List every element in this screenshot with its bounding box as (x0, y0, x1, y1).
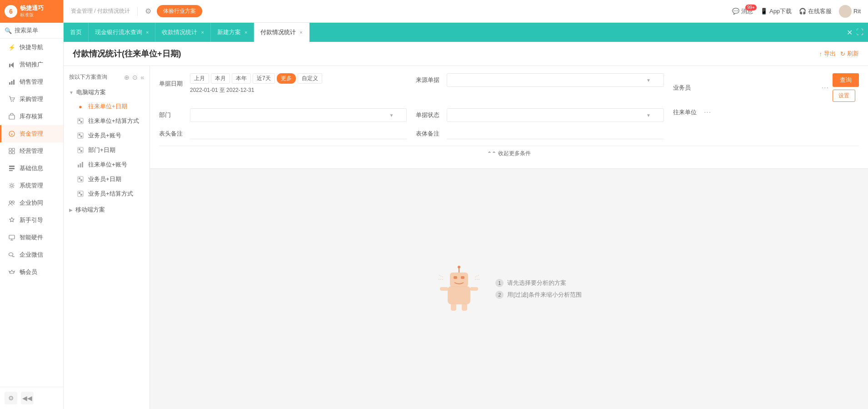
maximize-btn[interactable]: ⛶ (856, 28, 863, 36)
sidebar-item-marketing[interactable]: 营销推广 (0, 56, 63, 73)
sidebar-item-basic-info[interactable]: 基础信息 (0, 160, 63, 177)
svg-line-51 (475, 275, 479, 277)
body-note-input[interactable] (447, 128, 663, 139)
online-service-btn[interactable]: 🎧 在线客服 (799, 7, 832, 15)
date-buttons: 上月 本月 本年 近7天 更多 自定义 (190, 73, 322, 84)
svg-rect-13 (9, 166, 15, 167)
tab-payment-stats[interactable]: 付款情况统计 × (254, 23, 309, 42)
date-btn-last-7-days[interactable]: 近7天 (253, 73, 275, 84)
svg-rect-39 (448, 286, 470, 304)
trial-btn[interactable]: 体验行业方案 (157, 5, 202, 17)
bill-status-select[interactable]: ▼ (447, 108, 663, 122)
settings-icon-btn[interactable]: ⚙ (5, 392, 17, 404)
sidebar-bottom: ⚙ ◀◀ (0, 387, 63, 409)
date-range-display: 2022-01-01 至 2022-12-31 (190, 86, 254, 94)
messages-btn[interactable]: 💬 消息 99+ (732, 7, 753, 15)
scheme-salesman-settlement[interactable]: 业务员+结算方式 (64, 187, 150, 201)
tab-new-plan-label: 新建方案 (217, 28, 241, 36)
sidebar-item-sales[interactable]: 销售管理 (0, 73, 63, 91)
sidebar-item-wechat[interactable]: 企业微信 (0, 246, 63, 263)
tab-new-plan-close[interactable]: × (244, 30, 247, 35)
tab-bank-flow-close[interactable]: × (146, 30, 149, 35)
scheme-partner-settlement[interactable]: 往来单位+结算方式 (64, 114, 150, 128)
sidebar-item-operations[interactable]: 经营管理 (0, 142, 63, 160)
tab-receipt-stats-close[interactable]: × (201, 30, 204, 35)
sidebar-item-label: 销售管理 (20, 78, 43, 86)
svg-rect-32 (82, 162, 83, 167)
logo-icon: 6 (5, 5, 17, 18)
sidebar-item-inventory[interactable]: 库存核算 (0, 108, 63, 125)
date-btn-this-year[interactable]: 本年 (232, 73, 251, 84)
settings-btn[interactable]: ⚙ (145, 7, 151, 15)
group-arrow-icon: ▼ (69, 90, 74, 95)
header-note-filter-item: 表头备注 (159, 128, 407, 139)
sidebar-item-finance[interactable]: ¥ 资金管理 (0, 125, 63, 142)
svg-rect-43 (440, 287, 448, 291)
date-btn-custom[interactable]: 自定义 (298, 73, 322, 84)
date-filter-item: 单据日期 上月 本月 本年 近7天 更多 自定义 (159, 73, 407, 94)
panel-header: 按以下方案查询 ⊕ ⊙ « (64, 71, 150, 86)
search-menu[interactable]: 🔍 搜索菜单 (0, 23, 63, 39)
bill-status-filter-item: 单据状态 ▼ (416, 108, 663, 122)
app-download-btn[interactable]: 📱 App下载 (760, 7, 792, 15)
user-menu[interactable]: Rit (839, 5, 861, 18)
export-btn[interactable]: ↑ 导出 (819, 50, 836, 58)
tab-bank-flow[interactable]: 现金银行流水查询 × (89, 23, 155, 42)
svg-point-16 (11, 185, 13, 187)
salesman-more-btn[interactable]: ··· (822, 84, 829, 92)
scheme-partner-account[interactable]: 往来单位+账号 (64, 157, 150, 172)
svg-rect-9 (9, 148, 11, 151)
close-all-tabs-btn[interactable]: ✕ (847, 28, 853, 37)
scheme-salesman-date[interactable]: 业务员+日期 (64, 172, 150, 187)
collapse-conditions-btn[interactable]: ⌃⌃ 收起更多条件 (159, 146, 859, 161)
add-scheme-btn[interactable]: ⊕ (124, 74, 130, 81)
sidebar-item-label: 企业微信 (20, 251, 43, 259)
partner-label: 往来单位 (673, 108, 700, 116)
tab-new-plan[interactable]: 新建方案 × (211, 23, 254, 42)
scheme-partner-date[interactable]: ● 往来单位+日期 (64, 99, 150, 114)
source-select[interactable]: ▼ (447, 73, 663, 87)
manage-scheme-btn[interactable]: ⊙ (132, 74, 138, 81)
sidebar-item-hardware[interactable]: 智能硬件 (0, 229, 63, 246)
sidebar-item-quick-nav[interactable]: ⚡ 快捷导航 (0, 39, 63, 56)
sidebar-nav: ⚡ 快捷导航 营销推广 销售管理 采购管理 库存核算 (0, 39, 63, 387)
svg-point-20 (9, 253, 13, 256)
sidebar-item-vip[interactable]: 畅会员 (0, 263, 63, 281)
scheme-dept-date[interactable]: 部门+日期 (64, 143, 150, 157)
topbar: 资金管理 / 付款情况统计 ⚙ 体验行业方案 💬 消息 99+ 📱 App下载 … (64, 0, 868, 23)
query-actions: 查询 设置 (833, 73, 859, 102)
date-btn-last-month[interactable]: 上月 (190, 73, 209, 84)
refresh-btn[interactable]: ↻ 刷新 (840, 50, 859, 58)
scheme-label: 往来单位+结算方式 (88, 117, 139, 125)
desktop-group-header[interactable]: ▼ 电脑端方案 (64, 86, 150, 99)
filter-settings-btn[interactable]: 设置 (833, 90, 855, 102)
dept-select[interactable]: ▼ (190, 108, 407, 122)
query-btn[interactable]: 查询 (833, 73, 859, 87)
sidebar-item-system[interactable]: 系统管理 (0, 177, 63, 194)
date-btn-this-month[interactable]: 本月 (211, 73, 230, 84)
collapse-sidebar-btn[interactable]: ◀◀ (21, 392, 34, 404)
sidebar-item-label: 系统管理 (20, 182, 43, 190)
dept-arrow-icon: ▼ (389, 113, 394, 118)
tab-receipt-stats[interactable]: 收款情况统计 × (155, 23, 210, 42)
sidebar-item-enterprise[interactable]: 企业协同 (0, 194, 63, 212)
inventory-icon (8, 112, 16, 121)
header-note-input[interactable] (190, 128, 407, 139)
mobile-scheme-section[interactable]: ▶ 移动端方案 (64, 203, 150, 217)
sidebar-item-purchase[interactable]: 采购管理 (0, 91, 63, 108)
svg-rect-30 (78, 165, 79, 167)
sidebar-logo: 6 畅捷通巧 标准版 (0, 0, 63, 23)
vip-icon (8, 268, 16, 276)
sidebar-item-label: 企业协同 (20, 199, 43, 207)
tab-home[interactable]: 首页 (64, 23, 89, 42)
operations-icon (8, 147, 16, 155)
partner-filter-item: 往来单位 ··· (673, 108, 859, 116)
svg-rect-19 (9, 235, 15, 239)
date-btn-more[interactable]: 更多 (277, 73, 296, 84)
partner-more-btn[interactable]: ··· (704, 108, 711, 116)
scheme-salesman-account[interactable]: 业务员+账号 (64, 128, 150, 143)
scheme-icon (76, 175, 85, 183)
collapse-panel-btn[interactable]: « (140, 74, 144, 81)
sidebar-item-starter[interactable]: 新手引导 (0, 212, 63, 229)
tab-payment-stats-close[interactable]: × (299, 30, 302, 35)
